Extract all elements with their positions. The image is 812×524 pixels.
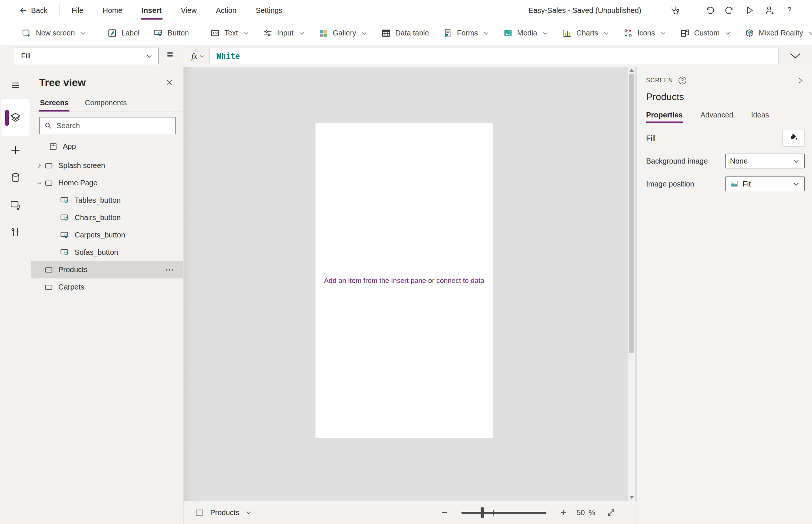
charts-menu[interactable]: Charts — [555, 25, 616, 42]
chevron-right-icon[interactable] — [35, 163, 44, 169]
tree-item-tables-button[interactable]: Tables_button — [31, 192, 183, 209]
tree-view-button[interactable] — [1, 99, 30, 136]
connect-to-data-link[interactable]: connect to data — [436, 277, 484, 284]
back-label: Back — [31, 6, 47, 15]
share-button[interactable] — [761, 2, 778, 18]
tree-item-splash-screen[interactable]: Splash screen — [31, 157, 183, 174]
tab-ideas[interactable]: Ideas — [751, 111, 769, 123]
insert-rail-button[interactable] — [1, 137, 30, 164]
tab-advanced[interactable]: Advanced — [700, 111, 733, 123]
background-image-label: Background image — [646, 157, 708, 165]
left-rail — [0, 67, 31, 524]
app-checker-button[interactable] — [666, 2, 683, 18]
chevron-down-icon — [808, 30, 812, 36]
scroll-up-icon[interactable] — [629, 67, 634, 73]
icons-menu[interactable]: Icons — [616, 25, 673, 42]
close-icon[interactable] — [163, 76, 176, 89]
fill-color-picker[interactable] — [782, 130, 805, 146]
tree-item-carpets-button[interactable]: Carpets_button — [31, 226, 183, 244]
collapse-panel-icon[interactable] — [796, 76, 805, 85]
zoom-slider[interactable] — [461, 507, 546, 518]
header-divider — [692, 4, 692, 17]
header-divider — [657, 4, 657, 17]
scroll-down-icon[interactable] — [629, 494, 634, 501]
scrollbar-thumb[interactable] — [629, 74, 634, 353]
menu-action[interactable]: Action — [207, 0, 246, 21]
undo-button[interactable] — [702, 2, 718, 18]
tree-view-panel: Tree view Screens Components — [31, 67, 184, 524]
data-rail-button[interactable] — [1, 164, 30, 191]
help-button[interactable] — [781, 2, 798, 18]
media-icon — [503, 28, 513, 38]
new-screen-button[interactable]: New screen — [15, 25, 93, 42]
mixed-reality-icon — [745, 28, 754, 38]
media-menu[interactable]: Media — [496, 25, 555, 42]
forms-menu[interactable]: Forms — [436, 25, 496, 42]
data-table-button[interactable]: Data table — [374, 25, 436, 42]
menu-view[interactable]: View — [171, 0, 207, 21]
chevron-down-icon — [483, 30, 489, 36]
mixed-reality-menu[interactable]: Mixed Reality — [738, 25, 812, 42]
menu-home[interactable]: Home — [93, 0, 132, 21]
media-rail-button[interactable] — [1, 192, 30, 218]
input-icon — [263, 28, 273, 38]
current-fill-swatch — [788, 141, 799, 144]
svg-text:Abc: Abc — [212, 31, 219, 35]
forms-icon — [443, 28, 453, 38]
screen-canvas[interactable]: Add an item from the Insert pane or conn… — [315, 123, 493, 438]
zoom-slider-track[interactable] — [461, 512, 546, 514]
fit-to-window-button[interactable] — [606, 508, 616, 517]
canvas-footer: Products — [184, 501, 637, 524]
stethoscope-icon — [669, 5, 680, 16]
zoom-percentage: 50 % — [577, 508, 595, 517]
media-library-icon — [10, 199, 21, 211]
zoom-slider-thumb[interactable] — [481, 507, 484, 518]
redo-icon — [725, 6, 734, 15]
tree-item-products[interactable]: Products — [31, 261, 183, 278]
redo-button[interactable] — [721, 2, 738, 18]
button-control-icon — [60, 230, 69, 240]
background-image-dropdown[interactable]: None — [725, 154, 805, 168]
tree-item-home-page[interactable]: Home Page — [31, 174, 183, 192]
button-button[interactable]: Button — [147, 25, 196, 42]
chevron-down-icon — [299, 30, 305, 36]
tree-item-app[interactable]: App — [31, 138, 183, 155]
chevron-down-icon[interactable] — [35, 180, 44, 186]
chevron-down-icon — [80, 30, 86, 36]
back-button[interactable]: Back — [14, 0, 57, 21]
chevron-down-icon — [792, 180, 800, 188]
tree-item-sofas-button[interactable]: Sofas_button — [31, 244, 183, 261]
tab-components[interactable]: Components — [85, 99, 127, 112]
custom-menu[interactable]: Custom — [673, 25, 738, 42]
tree-view-tabs: Screens Components — [31, 89, 183, 112]
image-position-dropdown[interactable]: Fit — [725, 177, 805, 191]
advanced-tools-button[interactable] — [1, 219, 30, 246]
menu-settings[interactable]: Settings — [246, 0, 292, 21]
preview-button[interactable] — [741, 2, 758, 18]
property-selector[interactable]: Fill — [15, 48, 159, 64]
input-menu[interactable]: Input — [256, 25, 311, 42]
tab-screens[interactable]: Screens — [40, 99, 69, 112]
help-circle-icon[interactable] — [678, 76, 687, 85]
search-input[interactable] — [57, 121, 171, 130]
formula-bar-expand-button[interactable] — [787, 50, 804, 61]
text-menu[interactable]: Abc Text — [203, 25, 256, 42]
more-options-icon[interactable] — [165, 265, 174, 275]
formula-input[interactable]: White — [210, 48, 778, 64]
canvas-scrollbar[interactable] — [628, 67, 635, 501]
gallery-menu[interactable]: Gallery — [312, 25, 374, 42]
menu-file[interactable]: File — [62, 0, 93, 21]
menu-insert[interactable]: Insert — [132, 0, 171, 21]
tree-view-title: Tree view — [39, 77, 86, 89]
tab-properties[interactable]: Properties — [646, 111, 683, 123]
zoom-in-button[interactable] — [555, 508, 572, 517]
fx-dropdown[interactable]: fx — [186, 48, 210, 64]
screen-selector[interactable]: Products — [195, 508, 252, 517]
hamburger-menu-button[interactable] — [1, 72, 30, 99]
tree-item-carpets-screen[interactable]: Carpets — [31, 278, 183, 296]
label-button[interactable]: Label — [100, 25, 147, 42]
equals-sign: = — [167, 49, 173, 61]
canvas-area: Add an item from the Insert pane or conn… — [184, 67, 637, 524]
zoom-out-button[interactable] — [436, 508, 453, 517]
tree-item-chairs-button[interactable]: Chairs_button — [31, 209, 183, 226]
